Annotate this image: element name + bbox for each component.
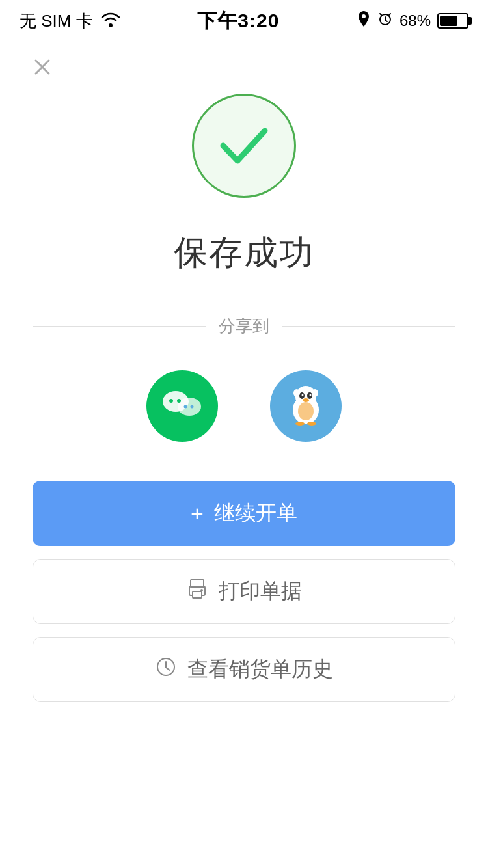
svg-point-14 <box>298 402 314 420</box>
svg-point-18 <box>312 389 318 397</box>
svg-point-13 <box>303 398 309 402</box>
print-label: 打印单据 <box>219 577 302 606</box>
action-buttons: + 继续开单 打印单据 查看销货单历史 <box>0 481 488 702</box>
print-button[interactable]: 打印单据 <box>33 559 455 624</box>
wifi-icon <box>101 11 120 31</box>
svg-point-22 <box>200 589 203 591</box>
plus-icon: + <box>191 501 204 526</box>
printer-icon <box>186 578 208 605</box>
continue-order-button[interactable]: + 继续开单 <box>33 481 455 546</box>
carrier-text: 无 SIM 卡 <box>20 10 93 33</box>
history-label: 查看销货单历史 <box>187 655 333 684</box>
svg-point-5 <box>183 405 187 408</box>
svg-point-4 <box>177 399 181 403</box>
svg-point-17 <box>293 389 300 397</box>
status-time: 下午3:20 <box>197 8 279 34</box>
battery-percentage: 68% <box>400 12 431 30</box>
clock-icon <box>155 656 177 683</box>
divider-line-right <box>282 326 455 327</box>
status-bar: 无 SIM 卡 下午3:20 68% <box>0 0 488 42</box>
qq-share-button[interactable] <box>270 370 342 442</box>
qq-icon <box>286 383 326 429</box>
continue-order-label: 继续开单 <box>214 499 297 528</box>
divider-line-left <box>33 326 206 327</box>
svg-point-15 <box>295 422 305 426</box>
wechat-icon <box>161 388 204 424</box>
close-button[interactable] <box>26 51 59 83</box>
share-label: 分享到 <box>206 315 282 338</box>
svg-rect-21 <box>193 591 202 598</box>
share-divider: 分享到 <box>0 315 488 338</box>
success-circle <box>192 94 296 198</box>
location-icon <box>357 10 371 31</box>
svg-point-16 <box>307 422 316 426</box>
status-left: 无 SIM 卡 <box>20 10 120 33</box>
svg-point-11 <box>302 394 304 396</box>
svg-point-12 <box>310 394 312 396</box>
battery-icon <box>437 13 468 29</box>
history-button[interactable]: 查看销货单历史 <box>33 637 455 702</box>
svg-point-2 <box>178 398 201 416</box>
checkmark-icon <box>218 123 270 169</box>
share-icons <box>146 370 342 442</box>
svg-point-6 <box>190 405 193 408</box>
close-icon <box>31 55 54 79</box>
main-content: 保存成功 分享到 <box>0 42 488 702</box>
success-title: 保存成功 <box>174 230 314 276</box>
wechat-share-button[interactable] <box>146 370 218 442</box>
status-right: 68% <box>357 10 468 31</box>
svg-point-3 <box>169 399 173 403</box>
alarm-icon <box>377 11 393 31</box>
